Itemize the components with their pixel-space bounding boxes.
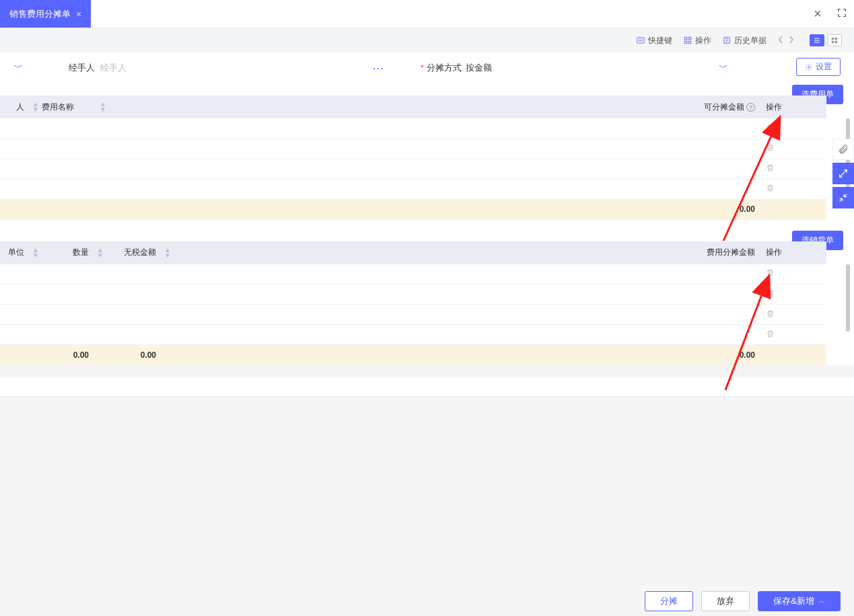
- shortcut-label: 快捷键: [648, 35, 672, 46]
- trash-icon[interactable]: [766, 185, 775, 194]
- svg-rect-8: [832, 41, 834, 43]
- allocate-button[interactable]: 分摊: [645, 591, 693, 611]
- tab-close-icon[interactable]: ×: [76, 9, 81, 20]
- trash-icon[interactable]: [766, 270, 775, 279]
- sort-icon[interactable]: ▲▼: [100, 102, 106, 112]
- col-person[interactable]: 人: [0, 95, 30, 118]
- discard-button[interactable]: 放弃: [701, 591, 750, 611]
- expense-section: 选费用单 人 ▲▼ 费用名称: [0, 83, 854, 220]
- svg-rect-0: [637, 38, 645, 43]
- col-qty[interactable]: ▲▼ 数量: [30, 241, 94, 264]
- table-row[interactable]: [0, 264, 826, 284]
- sort-icon[interactable]: ▲▼: [32, 247, 39, 258]
- col-blank2[interactable]: ▲▼: [162, 241, 690, 264]
- sum-notax: 0.00: [94, 345, 162, 365]
- svg-rect-7: [835, 38, 837, 40]
- operate-button[interactable]: 操作: [683, 35, 711, 46]
- table-row[interactable]: [0, 179, 826, 199]
- method-value: 按金额: [466, 62, 492, 74]
- svg-rect-9: [835, 41, 837, 43]
- save-new-button[interactable]: 保存&新增 ︿: [758, 591, 841, 611]
- fullscreen-icon[interactable]: [837, 7, 847, 20]
- trash-icon[interactable]: [766, 311, 775, 320]
- operate-label: 操作: [695, 35, 711, 46]
- sales-table: 单位 ▲▼ 数量 ▲▼ 无税金额 ▲▼: [0, 241, 826, 366]
- required-mark: *: [421, 63, 424, 73]
- col-operate: 操作: [760, 241, 826, 264]
- toolbar: 快捷键 操作 历史单据: [0, 28, 854, 52]
- sales-section: 选销货单 单位 ▲▼ 数量 ▲▼: [0, 220, 854, 366]
- tab-active[interactable]: 销售费用分摊单 ×: [0, 0, 91, 28]
- svg-rect-6: [832, 38, 834, 40]
- table-row[interactable]: [0, 118, 826, 139]
- sort-icon[interactable]: ▲▼: [164, 247, 171, 258]
- svg-rect-3: [684, 41, 687, 43]
- method-field: * 分摊方式 按金额 ﹀: [421, 62, 728, 74]
- handler-input[interactable]: 经手人 ···: [99, 59, 388, 77]
- expand-in-icon[interactable]: [832, 187, 854, 208]
- chevron-down-icon[interactable]: ﹀: [719, 62, 728, 74]
- sum-qty: 0.00: [30, 345, 94, 365]
- side-dock: [832, 139, 854, 208]
- settings-button[interactable]: 设置: [796, 58, 841, 76]
- sum-amount: 0.00: [690, 199, 760, 219]
- sum-alloc: 0.00: [690, 345, 760, 365]
- more-icon[interactable]: ···: [369, 63, 388, 73]
- trash-icon[interactable]: [766, 165, 775, 174]
- footer-actions: 分摊 放弃 保存&新增 ︿: [0, 586, 854, 616]
- save-new-label: 保存&新增: [773, 595, 814, 607]
- col-operate: 操作: [760, 95, 826, 118]
- trash-icon[interactable]: [766, 291, 775, 300]
- history-button[interactable]: 历史单据: [722, 35, 767, 46]
- expense-table: 人 ▲▼ 费用名称 ▲▼ 可分摊金额?: [0, 95, 826, 220]
- settings-label: 设置: [816, 61, 832, 73]
- trash-icon[interactable]: [766, 331, 775, 340]
- prev-record-icon[interactable]: [777, 35, 784, 46]
- table-row[interactable]: [0, 159, 826, 179]
- table-row[interactable]: [0, 139, 826, 159]
- scrollbar[interactable]: [846, 264, 850, 332]
- record-nav: [777, 35, 795, 46]
- col-alloc-amount[interactable]: 费用分摊金额: [690, 241, 760, 264]
- trash-icon[interactable]: [766, 124, 775, 134]
- chevron-down-icon[interactable]: ﹀: [13, 62, 23, 74]
- method-select[interactable]: 按金额 ﹀: [466, 62, 728, 74]
- tab-bar: 销售费用分摊单 × ×: [0, 0, 854, 28]
- col-blank[interactable]: ▲▼: [97, 95, 690, 118]
- col-unit[interactable]: 单位: [0, 241, 30, 264]
- table-row[interactable]: [0, 325, 826, 345]
- svg-point-10: [808, 66, 810, 68]
- form-header: ﹀ 经手人 经手人 ··· * 分摊方式 按金额 ﹀ 设置: [0, 52, 854, 83]
- next-record-icon[interactable]: [788, 35, 795, 46]
- chevron-up-icon: ︿: [818, 596, 825, 606]
- history-label: 历史单据: [734, 35, 767, 46]
- view-list-button[interactable]: [810, 34, 824, 46]
- handler-label: 经手人: [69, 62, 95, 74]
- sort-icon[interactable]: ▲▼: [32, 102, 39, 112]
- handler-field: 经手人 经手人 ···: [69, 59, 388, 77]
- svg-rect-1: [684, 37, 687, 40]
- method-label: 分摊方式: [427, 62, 462, 74]
- svg-rect-2: [688, 37, 690, 40]
- table-sum-row: 0.00 0.00 0.00: [0, 345, 826, 365]
- info-icon[interactable]: ?: [746, 103, 755, 112]
- close-icon[interactable]: ×: [808, 6, 827, 22]
- expand-out-icon[interactable]: [832, 163, 854, 184]
- col-allocatable-amount[interactable]: 可分摊金额?: [690, 95, 760, 118]
- table-row[interactable]: [0, 305, 826, 325]
- attachment-icon[interactable]: [832, 139, 854, 160]
- col-expense-name[interactable]: ▲▼ 费用名称: [30, 95, 97, 118]
- tab-title: 销售费用分摊单: [9, 8, 71, 20]
- table-row[interactable]: [0, 284, 826, 305]
- table-sum-row: 0.00: [0, 199, 826, 219]
- sort-icon[interactable]: ▲▼: [97, 247, 104, 258]
- col-notax[interactable]: ▲▼ 无税金额: [94, 241, 162, 264]
- trash-icon[interactable]: [766, 145, 775, 154]
- view-grid-button[interactable]: [827, 34, 842, 46]
- svg-rect-4: [688, 41, 690, 43]
- handler-placeholder: 经手人: [100, 62, 127, 74]
- shortcut-button[interactable]: 快捷键: [636, 35, 672, 46]
